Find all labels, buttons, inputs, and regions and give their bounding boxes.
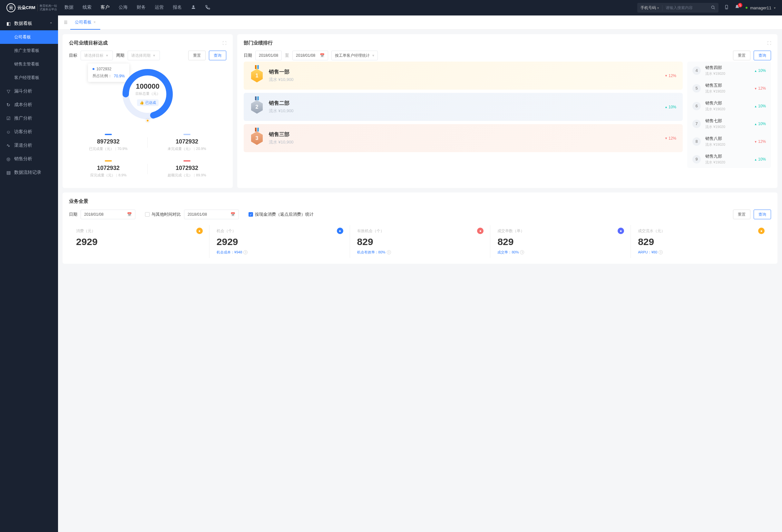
- header-right: 手机号码▾ 5 manager11 ▾: [637, 3, 776, 12]
- search-button[interactable]: [708, 5, 718, 11]
- ov-footer: 机会有效率：80%?: [357, 250, 483, 255]
- sidebar-item-promo-lead[interactable]: 推广主管看板: [0, 44, 58, 58]
- help-icon[interactable]: ?: [520, 250, 524, 254]
- rank-rest-item: 9 销售九部 流水 ¥19020 10%: [687, 150, 771, 168]
- device-icon[interactable]: [724, 4, 729, 11]
- pct-change: 10%: [754, 121, 766, 126]
- help-icon[interactable]: ?: [243, 250, 248, 254]
- overview-card: 成交流水（元） ● 829 ARPU：¥80?: [631, 225, 771, 258]
- sidebar-group-dashboard[interactable]: ◧ 数据看板 ⌃: [0, 17, 58, 30]
- query-button[interactable]: 查询: [754, 50, 771, 60]
- search-type-select[interactable]: 手机号码▾: [637, 5, 663, 11]
- dashboard-icon: ◧: [6, 21, 11, 26]
- ov-footer: 成交率：80%?: [497, 250, 624, 255]
- goal-select[interactable]: 请选择目标▾: [80, 50, 113, 60]
- flow-icon: ▤: [6, 170, 11, 175]
- pct-change: 10%: [754, 68, 766, 73]
- expand-icon[interactable]: ⛶: [222, 41, 226, 45]
- tabs-bar: ☰ 公司看板 ×: [58, 15, 782, 30]
- nav-customers[interactable]: 客户: [101, 4, 110, 11]
- sidebar-flow-log[interactable]: ▤数据流转记录: [0, 166, 58, 179]
- metrics-grid: 8972932 已完成量（元）|70.9% 1072932 未完成量（元）|20…: [69, 129, 226, 182]
- date-to-input[interactable]: 2018/01/08📅: [292, 50, 328, 60]
- search-input[interactable]: [663, 5, 708, 10]
- dept-name: 销售三部: [269, 131, 294, 138]
- dept-flow: 流水 ¥19020: [705, 107, 725, 112]
- sales-icon: ◎: [6, 156, 11, 162]
- nav-leads[interactable]: 线索: [82, 4, 92, 11]
- sidebar-promo[interactable]: ☑推广分析: [0, 112, 58, 125]
- period-select[interactable]: 请选择周期▾: [128, 50, 160, 60]
- collapse-sidebar-button[interactable]: ☰: [61, 20, 70, 25]
- phone-icon[interactable]: [205, 4, 210, 11]
- main-nav: 数据 线索 客户 公海 财务 运营 报名: [65, 4, 210, 11]
- dept-name: 销售九部: [705, 153, 725, 159]
- stat-type-select[interactable]: 按工单客户经理统计▾: [331, 50, 378, 60]
- search: 手机号码▾: [637, 3, 718, 12]
- tab-company-board[interactable]: 公司看板 ×: [70, 15, 100, 30]
- rank-number: 7: [692, 119, 701, 128]
- sidebar-funnel[interactable]: ▽漏斗分析: [0, 84, 58, 98]
- user-icon[interactable]: [191, 4, 196, 11]
- notification-bell[interactable]: 5: [735, 4, 740, 11]
- sidebar-cost[interactable]: ↻成本分析: [0, 98, 58, 112]
- chart-total: 100000: [136, 82, 159, 91]
- help-icon[interactable]: ?: [659, 250, 663, 254]
- rest-list: 4 销售四部 流水 ¥19020 10%5 销售五部 流水 ¥19020 12%…: [687, 62, 771, 168]
- help-icon[interactable]: ?: [387, 250, 391, 254]
- nav-data[interactable]: 数据: [65, 4, 73, 11]
- chevron-up-icon: ⌃: [50, 22, 52, 26]
- logo-brand: 云朵CRM: [17, 5, 35, 11]
- medal-icon: 2: [250, 100, 264, 114]
- dept-flow: 流水 ¥10,900: [269, 77, 294, 82]
- nav-ops[interactable]: 运营: [155, 4, 164, 11]
- sidebar-item-company[interactable]: 公司看板: [0, 30, 58, 44]
- card-title: 公司业绩目标达成: [69, 40, 108, 46]
- medal-icon: 1: [250, 69, 264, 82]
- cash-checkbox[interactable]: ✓ 按现金消费（返点后消费）统计: [249, 212, 314, 217]
- date-input-1[interactable]: 2018/01/08📅: [80, 210, 135, 219]
- user-menu[interactable]: manager11 ▾: [746, 5, 776, 10]
- ov-value: 2929: [76, 236, 202, 247]
- date-input-2[interactable]: 2018/01/08📅: [184, 210, 239, 219]
- close-tab-icon[interactable]: ×: [94, 20, 96, 25]
- sidebar-item-sales-lead[interactable]: 销售主管看板: [0, 58, 58, 71]
- dept-name: 销售七部: [705, 118, 725, 124]
- rank-rest-item: 5 销售五部 流水 ¥19020 12%: [687, 79, 771, 97]
- period-label: 周期: [116, 52, 125, 58]
- ov-footer: ARPU：¥80?: [638, 250, 764, 255]
- nav-signup[interactable]: 报名: [173, 4, 182, 11]
- date-from-input[interactable]: 2018/01/08: [255, 50, 282, 60]
- compare-checkbox[interactable]: 与其他时间对比: [145, 212, 181, 217]
- donut-chart: 1072932 所占比例：70.9% 100000 目标总量（元）: [69, 60, 226, 182]
- query-button[interactable]: 查询: [754, 210, 771, 219]
- pct-change: 10%: [754, 157, 766, 162]
- metric-bar: [183, 134, 190, 135]
- nav-finance[interactable]: 财务: [137, 4, 146, 11]
- rank-number: 9: [692, 155, 701, 164]
- rank-number: 5: [692, 84, 701, 93]
- date-label: 日期: [69, 212, 77, 217]
- bag-icon: ●: [196, 227, 203, 234]
- nav-pool[interactable]: 公海: [119, 4, 128, 11]
- rank-number: 6: [692, 102, 701, 110]
- reset-button[interactable]: 重置: [733, 210, 750, 219]
- reset-button[interactable]: 重置: [188, 50, 206, 60]
- metric-value: 8972932: [69, 138, 148, 145]
- sidebar-visitor[interactable]: ☺访客分析: [0, 125, 58, 139]
- sidebar-item-manager[interactable]: 客户经理看板: [0, 71, 58, 84]
- overview-card: 机会（个） ● 2929 机会成本：¥948?: [210, 225, 350, 258]
- expand-icon[interactable]: ⛶: [767, 41, 771, 45]
- ov-title: 成交流水（元）: [638, 228, 764, 234]
- sidebar-sales[interactable]: ◎销售分析: [0, 152, 58, 166]
- pct-change: 10%: [665, 105, 676, 109]
- query-button[interactable]: 查询: [209, 50, 226, 60]
- chart-total-label: 目标总量（元）: [135, 91, 160, 96]
- svg-point-1: [712, 6, 714, 8]
- chevron-down-icon: ▾: [153, 53, 155, 58]
- metric-value: 1072932: [148, 138, 226, 145]
- card-title: 业务全景: [69, 198, 771, 204]
- rank-top-item: 2 销售二部 流水 ¥10,900 10%: [244, 93, 683, 121]
- reset-button[interactable]: 重置: [733, 50, 750, 60]
- sidebar-channel[interactable]: ∿渠道分析: [0, 139, 58, 152]
